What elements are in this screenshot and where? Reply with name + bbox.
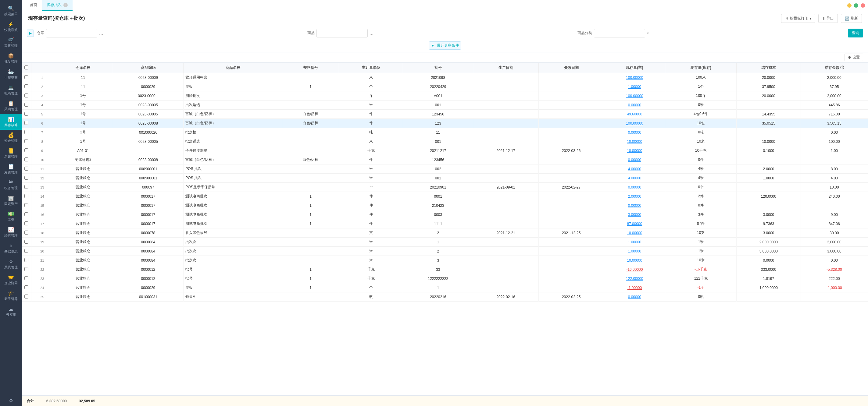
row-checkbox-cell[interactable]: [22, 91, 31, 101]
sidebar-item-salary[interactable]: 💵 工资: [0, 209, 22, 225]
row-qty-main[interactable]: 0.00000: [604, 183, 665, 192]
sidebar-item-collab[interactable]: 🤝 企业协同: [0, 272, 22, 288]
row-qty-main[interactable]: 10.00000: [604, 146, 665, 155]
row-checkbox[interactable]: [24, 112, 28, 116]
row-checkbox[interactable]: [24, 222, 28, 225]
row-checkbox-cell[interactable]: [22, 183, 31, 192]
row-checkbox-cell[interactable]: [22, 293, 31, 302]
print-template-button[interactable]: 🖨 按模板打印 ▾: [781, 14, 815, 23]
row-checkbox-cell[interactable]: [22, 238, 31, 247]
refresh-button[interactable]: 🔄 刷新: [841, 14, 862, 23]
sidebar-item-cloud[interactable]: ☁ 云应用: [0, 304, 22, 319]
row-qty-main[interactable]: 10.00000: [604, 256, 665, 265]
row-checkbox[interactable]: [24, 176, 28, 180]
row-checkbox[interactable]: [24, 139, 28, 143]
row-checkbox[interactable]: [24, 249, 28, 253]
sidebar-item-management[interactable]: 📈 经营管理: [0, 225, 22, 240]
row-checkbox-cell[interactable]: [22, 155, 31, 165]
row-qty-main[interactable]: 4.00000: [604, 174, 665, 183]
maximize-btn[interactable]: [854, 3, 858, 8]
row-checkbox[interactable]: [24, 295, 28, 299]
row-qty-main[interactable]: 3.00000: [604, 210, 665, 219]
row-checkbox-cell[interactable]: [22, 82, 31, 91]
row-checkbox[interactable]: [24, 121, 28, 125]
row-qty-main[interactable]: 122.00000: [604, 274, 665, 283]
row-qty-main[interactable]: 87.00000: [604, 219, 665, 229]
row-checkbox[interactable]: [24, 167, 28, 171]
sidebar-item-ecommerce-small[interactable]: 🦢 小鹅电商: [0, 66, 22, 82]
sidebar-item-system[interactable]: ⚙ 系统管理: [0, 256, 22, 272]
row-checkbox[interactable]: [24, 158, 28, 162]
row-checkbox[interactable]: [24, 276, 28, 280]
row-checkbox-cell[interactable]: [22, 119, 31, 128]
row-qty-main[interactable]: -16.00000: [604, 265, 665, 274]
row-qty-main[interactable]: 49.60000: [604, 110, 665, 119]
row-qty-main[interactable]: 1.00000: [604, 82, 665, 91]
row-checkbox[interactable]: [24, 212, 28, 216]
row-checkbox[interactable]: [24, 130, 28, 134]
row-checkbox[interactable]: [24, 258, 28, 262]
row-checkbox-cell[interactable]: [22, 229, 31, 238]
warehouse-input[interactable]: [46, 29, 97, 37]
row-qty-main[interactable]: 4.00000: [604, 165, 665, 174]
row-qty-main[interactable]: 100.00000: [604, 73, 665, 82]
row-qty-main[interactable]: 0.00000: [604, 155, 665, 165]
row-qty-main[interactable]: 0.00000: [604, 293, 665, 302]
row-checkbox-cell[interactable]: [22, 210, 31, 219]
row-checkbox[interactable]: [24, 231, 28, 235]
row-qty-main[interactable]: 2.00000: [604, 192, 665, 201]
row-checkbox-cell[interactable]: [22, 192, 31, 201]
row-checkbox[interactable]: [24, 148, 28, 152]
row-checkbox-cell[interactable]: [22, 174, 31, 183]
export-button[interactable]: ⬇ 导出: [818, 14, 838, 23]
sidebar-item-basic[interactable]: ℹ 基础信息: [0, 240, 22, 256]
table-wrapper[interactable]: 仓库名称 商品编码 商品名称 规格型号 主计量单位 批号 生产日期 失效日期 现…: [22, 63, 868, 395]
sidebar-item-purchase[interactable]: 📋 采购管理: [0, 98, 22, 114]
row-qty-main[interactable]: 10.00000: [604, 137, 665, 146]
row-checkbox[interactable]: [24, 94, 28, 98]
select-all-checkbox[interactable]: [24, 66, 28, 69]
row-checkbox-cell[interactable]: [22, 274, 31, 283]
row-checkbox[interactable]: [24, 194, 28, 198]
category-input[interactable]: [594, 29, 645, 37]
row-checkbox-cell[interactable]: [22, 201, 31, 210]
row-checkbox-cell[interactable]: [22, 101, 31, 110]
row-checkbox[interactable]: [24, 185, 28, 189]
sidebar-item-ecommerce[interactable]: 💻 电商管理: [0, 82, 22, 98]
filter-expand-btn[interactable]: ▶: [27, 30, 34, 37]
row-checkbox[interactable]: [24, 285, 28, 289]
row-qty-main[interactable]: 0.00000: [604, 101, 665, 110]
row-checkbox-cell[interactable]: [22, 110, 31, 119]
row-qty-main[interactable]: 100.00000: [604, 119, 665, 128]
sidebar-item-guide[interactable]: 🎓 新手引导: [0, 288, 22, 304]
row-checkbox[interactable]: [24, 84, 28, 88]
tab-inventory-batch[interactable]: 库存批次 ×: [42, 0, 72, 11]
row-checkbox[interactable]: [24, 267, 28, 271]
row-qty-main[interactable]: -1.00000: [604, 283, 665, 293]
sidebar-item-inventory[interactable]: 📊 库存核算: [0, 114, 22, 130]
minimize-btn[interactable]: [847, 3, 851, 8]
row-checkbox-cell[interactable]: [22, 146, 31, 155]
tab-home[interactable]: 首页: [25, 0, 42, 11]
row-qty-main[interactable]: 1.00000: [604, 238, 665, 247]
goods-input[interactable]: [316, 29, 368, 37]
sidebar-item-search[interactable]: 🔍 搜索菜单: [0, 3, 22, 19]
sidebar-settings[interactable]: ⚙: [0, 395, 22, 406]
sidebar-item-retail[interactable]: 🛒 零售管理: [0, 35, 22, 50]
row-qty-main[interactable]: 0.00000: [604, 201, 665, 210]
sidebar-item-finance[interactable]: 💰 资金管理: [0, 130, 22, 145]
row-checkbox-cell[interactable]: [22, 128, 31, 137]
row-qty-main[interactable]: 1.00000: [604, 247, 665, 256]
expand-more-conditions-btn[interactable]: ▼ 展开更多条件: [429, 41, 461, 49]
sidebar-item-invoice[interactable]: 🧾 发票管理: [0, 162, 22, 177]
sidebar-item-ledger[interactable]: 📒 总账管理: [0, 145, 22, 162]
row-checkbox[interactable]: [24, 103, 28, 107]
row-qty-main[interactable]: 100.00000: [604, 91, 665, 101]
row-checkbox-cell[interactable]: [22, 283, 31, 293]
sidebar-item-nav[interactable]: ⚡ 快捷导航: [0, 19, 22, 35]
close-btn[interactable]: [861, 3, 865, 8]
row-checkbox-cell[interactable]: [22, 165, 31, 174]
row-checkbox[interactable]: [24, 240, 28, 244]
row-checkbox-cell[interactable]: [22, 247, 31, 256]
row-qty-main[interactable]: 0.00000: [604, 128, 665, 137]
